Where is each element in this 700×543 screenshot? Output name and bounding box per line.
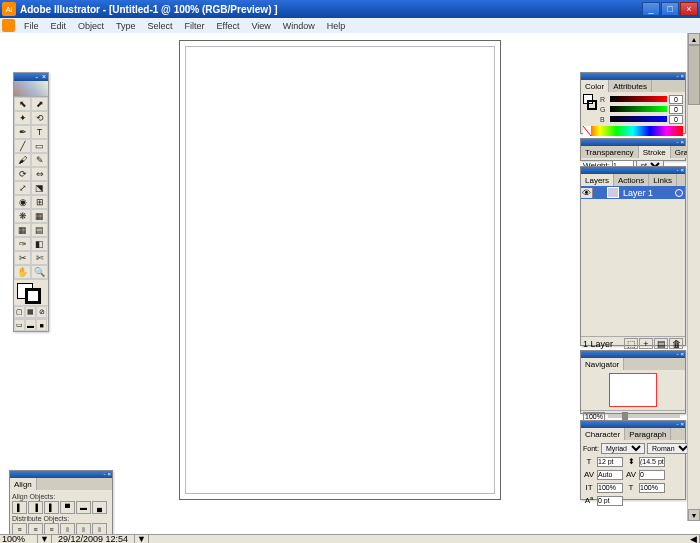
g-value[interactable]: 0 <box>669 105 683 114</box>
hscale-input[interactable] <box>639 483 665 493</box>
align-hcenter-btn[interactable]: ▐ <box>28 501 43 514</box>
menu-filter[interactable]: Filter <box>179 21 211 31</box>
g-slider[interactable] <box>610 106 667 112</box>
spectrum-picker[interactable] <box>583 126 683 136</box>
visibility-icon[interactable]: 👁 <box>581 188 593 198</box>
free-transform-tool[interactable]: ⊞ <box>31 195 48 209</box>
symbol-sprayer-tool[interactable]: ❋ <box>14 209 31 223</box>
tab-paragraph[interactable]: Paragraph <box>625 428 671 440</box>
pen-tool[interactable]: ✒ <box>14 125 31 139</box>
menu-help[interactable]: Help <box>321 21 352 31</box>
nav-thumbnail[interactable] <box>609 373 657 407</box>
status-info-drop[interactable]: ▼ <box>135 534 149 543</box>
gradient-tool[interactable]: ▤ <box>31 223 48 237</box>
panel-close-icon[interactable]: × <box>679 167 685 174</box>
r-value[interactable]: 0 <box>669 95 683 104</box>
b-slider[interactable] <box>610 116 667 122</box>
slice-tool[interactable]: ✂ <box>14 251 31 265</box>
r-slider[interactable] <box>610 96 667 102</box>
vscale-input[interactable] <box>597 483 623 493</box>
menu-select[interactable]: Select <box>142 21 179 31</box>
toolbox-close-icon[interactable]: × <box>40 73 48 81</box>
menu-file[interactable]: File <box>18 21 45 31</box>
menu-view[interactable]: View <box>245 21 276 31</box>
paintbrush-tool[interactable]: 🖌 <box>14 153 31 167</box>
baseline-input[interactable] <box>597 496 623 506</box>
shear-tool[interactable]: ⬔ <box>31 181 48 195</box>
kerning-input[interactable] <box>597 470 623 480</box>
panel-close-icon[interactable]: × <box>679 139 685 146</box>
stroke-swatch[interactable] <box>25 288 41 304</box>
color-mode-btn[interactable]: ▢ <box>14 306 25 318</box>
hscroll-left-icon[interactable]: ◀ <box>688 534 700 543</box>
tab-actions[interactable]: Actions <box>614 174 649 186</box>
align-bottom-btn[interactable]: ▄ <box>92 501 107 514</box>
align-vcenter-btn[interactable]: ▬ <box>76 501 91 514</box>
none-mode-btn[interactable]: ⊘ <box>36 306 47 318</box>
rotate-tool[interactable]: ⟳ <box>14 167 31 181</box>
selection-tool[interactable]: ⬉ <box>14 97 31 111</box>
hand-tool[interactable]: ✋ <box>14 265 31 279</box>
pencil-tool[interactable]: ✎ <box>31 153 48 167</box>
tab-layers[interactable]: Layers <box>581 174 614 186</box>
zoom-tool[interactable]: 🔍 <box>31 265 48 279</box>
graph-tool[interactable]: ▦ <box>31 209 48 223</box>
size-input[interactable] <box>597 457 623 467</box>
tab-transparency[interactable]: Transparency <box>581 146 639 158</box>
b-value[interactable]: 0 <box>669 115 683 124</box>
rectangle-tool[interactable]: ▭ <box>31 139 48 153</box>
target-icon[interactable] <box>675 189 683 197</box>
direct-selection-tool[interactable]: ⬈ <box>31 97 48 111</box>
tab-stroke[interactable]: Stroke <box>639 146 671 158</box>
maximize-button[interactable]: □ <box>661 2 679 16</box>
menu-type[interactable]: Type <box>110 21 142 31</box>
style-select[interactable]: Roman <box>647 443 692 454</box>
make-clipping-btn[interactable]: ⬚ <box>624 338 638 349</box>
layer-row[interactable]: 👁 Layer 1 <box>581 186 685 199</box>
tab-links[interactable]: Links <box>649 174 677 186</box>
menu-effect[interactable]: Effect <box>211 21 246 31</box>
align-top-btn[interactable]: ▀ <box>60 501 75 514</box>
menu-object[interactable]: Object <box>72 21 110 31</box>
panel-close-icon[interactable]: × <box>679 73 685 80</box>
fill-stroke-swatch[interactable] <box>14 279 48 305</box>
status-zoom[interactable]: 100% <box>0 534 38 543</box>
minimize-button[interactable]: _ <box>642 2 660 16</box>
status-zoom-drop[interactable]: ▼ <box>38 534 52 543</box>
align-right-btn[interactable]: ▌ <box>44 501 59 514</box>
tracking-input[interactable] <box>639 470 665 480</box>
artboard[interactable] <box>179 40 501 500</box>
tab-align[interactable]: Align <box>10 478 37 490</box>
warp-tool[interactable]: ◉ <box>14 195 31 209</box>
panel-close-icon[interactable]: × <box>679 421 685 428</box>
magic-wand-tool[interactable]: ✦ <box>14 111 31 125</box>
vertical-scrollbar[interactable]: ▲ ▼ <box>687 33 700 521</box>
font-select[interactable]: Myriad <box>601 443 645 454</box>
scale-tool[interactable]: ⤢ <box>14 181 31 195</box>
screen-std-btn[interactable]: ▭ <box>14 319 25 331</box>
new-sublayer-btn[interactable]: + <box>639 338 653 349</box>
blend-tool[interactable]: ◧ <box>31 237 48 251</box>
type-tool[interactable]: T <box>31 125 48 139</box>
line-tool[interactable]: ╱ <box>14 139 31 153</box>
reflect-tool[interactable]: ⇔ <box>31 167 48 181</box>
tab-color[interactable]: Color <box>581 80 609 92</box>
panel-close-icon[interactable]: × <box>106 471 112 478</box>
scissors-tool[interactable]: ✄ <box>31 251 48 265</box>
menu-window[interactable]: Window <box>277 21 321 31</box>
eyedropper-tool[interactable]: ✑ <box>14 237 31 251</box>
delete-layer-btn[interactable]: 🗑 <box>669 338 683 349</box>
scroll-up-icon[interactable]: ▲ <box>688 33 700 45</box>
new-layer-btn[interactable]: ▤ <box>654 338 668 349</box>
tab-navigator[interactable]: Navigator <box>581 358 624 370</box>
screen-full-menu-btn[interactable]: ▬ <box>25 319 36 331</box>
color-fillstroke-icon[interactable] <box>583 94 597 112</box>
scroll-down-icon[interactable]: ▼ <box>688 509 700 521</box>
align-left-btn[interactable]: ▌ <box>12 501 27 514</box>
close-button[interactable]: × <box>680 2 698 16</box>
tab-attributes[interactable]: Attributes <box>609 80 652 92</box>
nav-zoom-slider[interactable] <box>608 414 680 418</box>
scroll-thumb[interactable] <box>688 45 700 105</box>
panel-close-icon[interactable]: × <box>679 351 685 358</box>
menu-edit[interactable]: Edit <box>45 21 73 31</box>
